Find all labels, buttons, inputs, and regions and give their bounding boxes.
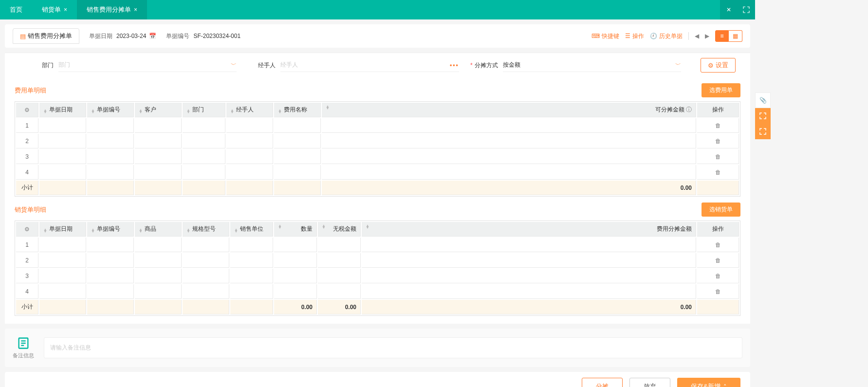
date-value[interactable]: 2023-03-24: [116, 33, 146, 39]
keyboard-icon: ⌨: [591, 33, 600, 39]
dept-placeholder: 部门: [58, 61, 70, 69]
view-list-button[interactable]: ≡: [715, 30, 729, 42]
col-dept[interactable]: ▲▼部门: [183, 103, 225, 117]
col-date[interactable]: ▲▼单据日期: [39, 103, 86, 117]
sort-icon: ▲▼: [278, 110, 282, 113]
section-title: 费用单明细: [15, 86, 46, 95]
sort-icon: ▲▼: [43, 229, 47, 233]
window-close-icon[interactable]: ✕: [720, 0, 738, 19]
gear-icon: ⚙: [24, 226, 30, 233]
remarks-input[interactable]: 请输入备注信息: [44, 337, 742, 358]
expand-icon[interactable]: [755, 108, 771, 124]
table-row[interactable]: 4🗑: [16, 165, 739, 180]
list-icon: ☰: [625, 33, 630, 39]
doc-no-label: 单据编号: [166, 32, 189, 40]
col-fee-name[interactable]: ▲▼费用名称: [274, 103, 321, 117]
trash-icon[interactable]: 🗑: [715, 138, 721, 145]
operations-link[interactable]: ☰操作: [625, 32, 644, 40]
remarks-panel: 备注信息 请输入备注信息: [5, 329, 750, 367]
tab-label: 首页: [10, 5, 22, 14]
sort-icon: ▲▼: [91, 229, 95, 233]
col-no[interactable]: ▲▼单据编号: [87, 222, 134, 237]
sort-icon: ▲▼: [278, 225, 282, 229]
save-and-new-button[interactable]: 保存&新增˄: [677, 378, 740, 387]
side-toolbar: 📎: [755, 92, 771, 139]
discard-button[interactable]: 放弃: [629, 378, 670, 387]
sort-icon: ▲▼: [139, 110, 143, 113]
table-row[interactable]: 2🗑: [16, 253, 739, 268]
tab-home[interactable]: 首页: [0, 0, 32, 19]
col-product[interactable]: ▲▼商品: [135, 222, 182, 237]
trash-icon[interactable]: 🗑: [715, 122, 721, 129]
table-row[interactable]: 4🗑: [16, 284, 739, 299]
settings-button[interactable]: ⚙设置: [701, 58, 736, 73]
sort-icon: ▲▼: [139, 229, 143, 233]
sort-icon: ▲▼: [322, 225, 326, 229]
shortcut-link[interactable]: ⌨快捷键: [591, 32, 619, 40]
calendar-icon[interactable]: 📅: [149, 33, 156, 39]
col-notax[interactable]: ▲▼无税金额: [318, 222, 361, 237]
dept-label: 部门: [19, 61, 58, 70]
col-handler[interactable]: ▲▼经手人: [226, 103, 273, 117]
tab-label: 销售费用分摊单: [87, 5, 131, 14]
gear-icon: ⚙: [24, 107, 30, 113]
subtotal-row: 小计0.00: [16, 181, 739, 195]
attachment-icon[interactable]: 📎: [755, 92, 771, 108]
table-row[interactable]: 3🗑: [16, 149, 739, 164]
nav-next-icon[interactable]: ▶: [705, 33, 709, 39]
history-link[interactable]: 🕘历史单据: [650, 32, 683, 40]
handler-select[interactable]: 经手人 •••: [280, 58, 459, 72]
table-row[interactable]: 2🗑: [16, 134, 739, 148]
nav-prev-icon[interactable]: ◀: [695, 33, 699, 39]
dept-select[interactable]: 部门 ﹀: [58, 58, 237, 72]
doc-no-value: SF-20230324-001: [193, 33, 240, 39]
col-operation: 操作: [697, 222, 739, 237]
view-grid-button[interactable]: ▦: [729, 30, 742, 42]
col-unit[interactable]: ▲▼销售单位: [230, 222, 273, 237]
gear-icon: ⚙: [708, 62, 714, 69]
sort-icon: ▲▼: [91, 110, 95, 113]
trash-icon[interactable]: 🗑: [715, 273, 721, 279]
table-row[interactable]: 3🗑: [16, 269, 739, 283]
allocate-button[interactable]: 分摊: [582, 378, 623, 387]
trash-icon[interactable]: 🗑: [715, 288, 721, 295]
sort-icon: ▲▼: [186, 229, 190, 233]
subtotal-amount: 0.00: [322, 181, 696, 195]
trash-icon[interactable]: 🗑: [715, 257, 721, 264]
fullscreen-icon[interactable]: [738, 0, 755, 19]
col-date[interactable]: ▲▼单据日期: [39, 222, 86, 237]
close-icon[interactable]: ×: [134, 6, 137, 13]
table-settings-header[interactable]: ⚙: [16, 222, 38, 237]
document-title: 销售费用分摊单: [28, 32, 72, 40]
table-row[interactable]: 1🗑: [16, 238, 739, 252]
trash-icon[interactable]: 🗑: [715, 153, 721, 160]
subtotal-row: 小计0.000.000.00: [16, 300, 739, 314]
alloc-method-select[interactable]: 按金额 ﹀: [503, 58, 681, 72]
col-qty[interactable]: ▲▼数量: [274, 222, 317, 237]
expand-icon-2[interactable]: [755, 124, 771, 139]
help-icon[interactable]: ⓘ: [686, 106, 692, 113]
col-spec[interactable]: ▲▼规格型号: [183, 222, 229, 237]
tab-sales-fee-allocation[interactable]: 销售费用分摊单×: [77, 0, 147, 19]
trash-icon[interactable]: 🗑: [715, 169, 721, 176]
document-type-tab[interactable]: ▤ 销售费用分摊单: [13, 28, 79, 44]
table-settings-header[interactable]: ⚙: [16, 103, 38, 117]
tab-label: 销货单: [42, 5, 61, 14]
chevron-down-icon: ﹀: [231, 61, 237, 69]
col-alloc-amount[interactable]: ▲▼可分摊金额 ⓘ: [322, 103, 696, 117]
filter-row: 部门 部门 ﹀ 经手人 经手人 ••• *分摊方式 按金额 ﹀ ⚙设置: [5, 53, 750, 77]
trash-icon[interactable]: 🗑: [715, 241, 721, 248]
close-icon[interactable]: ×: [64, 6, 67, 13]
tab-bar: 首页 销货单× 销售费用分摊单× ✕: [0, 0, 755, 19]
header-bar: ▤ 销售费用分摊单 单据日期 2023-03-24 📅 单据编号 SF-2023…: [5, 24, 750, 48]
select-fee-bill-button[interactable]: 选费用单: [702, 83, 740, 97]
col-no[interactable]: ▲▼单据编号: [87, 103, 134, 117]
date-label: 单据日期: [89, 32, 112, 40]
col-fee-alloc[interactable]: ▲▼费用分摊金额: [362, 222, 696, 237]
select-sales-bill-button[interactable]: 选销货单: [702, 203, 740, 217]
col-customer[interactable]: ▲▼客户: [135, 103, 182, 117]
alloc-label: *分摊方式: [464, 61, 503, 70]
tab-sales-order[interactable]: 销货单×: [32, 0, 77, 19]
chevron-down-icon: ﹀: [675, 61, 681, 69]
table-row[interactable]: 1🗑: [16, 118, 739, 133]
